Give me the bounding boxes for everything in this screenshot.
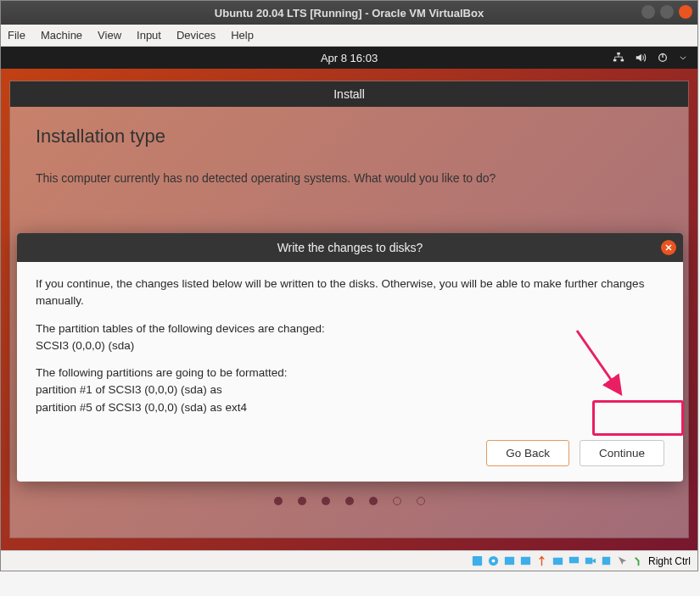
- sb-shared-icon[interactable]: [552, 554, 564, 567]
- maximize-button[interactable]: [660, 5, 674, 19]
- svg-point-7: [492, 560, 496, 563]
- progress-dots: [274, 497, 425, 505]
- gnome-topbar[interactable]: Apr 8 16:03: [1, 47, 697, 69]
- sb-keyboard-icon[interactable]: [632, 554, 645, 567]
- svg-rect-5: [473, 556, 482, 565]
- minimize-button[interactable]: [641, 5, 655, 19]
- sb-network-icon[interactable]: [519, 554, 532, 567]
- sb-disk-icon[interactable]: [471, 554, 484, 567]
- svg-rect-1: [613, 59, 617, 62]
- host-key-label: Right Ctrl: [648, 555, 691, 567]
- goback-button[interactable]: Go Back: [486, 440, 569, 466]
- installer-titlebar[interactable]: Install: [10, 81, 688, 107]
- virtualbox-statusbar: Right Ctrl: [1, 550, 697, 571]
- dot-1: [274, 497, 283, 505]
- installer-heading: Installation type: [36, 125, 663, 148]
- sb-display-icon[interactable]: [568, 554, 580, 567]
- menubar: File Machine View Input Devices Help: [1, 25, 697, 47]
- svg-rect-10: [553, 558, 563, 565]
- window-buttons: [641, 5, 692, 19]
- menu-help[interactable]: Help: [231, 29, 254, 42]
- svg-rect-12: [585, 558, 592, 565]
- sb-mouse-icon[interactable]: [616, 554, 629, 567]
- dialog-title: Write the changes to disks?: [277, 241, 423, 254]
- dot-7: [417, 497, 425, 505]
- dot-2: [298, 497, 306, 505]
- confirm-dialog: Write the changes to disks? If you conti…: [17, 233, 683, 482]
- svg-rect-0: [617, 53, 620, 55]
- dot-5: [369, 497, 378, 505]
- volume-icon: [635, 52, 647, 64]
- dialog-body: If you continue, the changes listed belo…: [17, 262, 683, 440]
- menu-input[interactable]: Input: [137, 29, 161, 42]
- dialog-p1: If you continue, the changes listed belo…: [36, 276, 664, 310]
- svg-rect-9: [521, 557, 530, 565]
- dialog-buttons: Go Back Continue: [17, 440, 683, 482]
- menu-file[interactable]: File: [8, 29, 25, 42]
- sb-recording-icon[interactable]: [584, 554, 596, 567]
- window-titlebar[interactable]: Ubuntu 20.04 LTS [Running] - Oracle VM V…: [1, 1, 697, 25]
- installer-title: Install: [333, 87, 365, 101]
- svg-rect-8: [505, 557, 514, 565]
- window-title: Ubuntu 20.04 LTS [Running] - Oracle VM V…: [215, 7, 484, 19]
- topbar-datetime[interactable]: Apr 8 16:03: [321, 52, 378, 64]
- sb-cpu-icon[interactable]: [600, 554, 613, 567]
- svg-rect-2: [621, 59, 624, 62]
- dialog-titlebar[interactable]: Write the changes to disks?: [17, 233, 683, 262]
- menu-view[interactable]: View: [98, 29, 121, 42]
- svg-rect-13: [602, 557, 610, 565]
- dot-4: [345, 497, 354, 505]
- menu-machine[interactable]: Machine: [41, 29, 82, 42]
- sb-audio-icon[interactable]: [503, 554, 516, 567]
- dialog-close-button[interactable]: [661, 240, 676, 255]
- svg-rect-11: [569, 557, 579, 564]
- power-icon: [657, 52, 669, 64]
- installer-content: Installation type This computer currentl…: [10, 107, 688, 203]
- dot-6: [393, 497, 401, 505]
- topbar-status-area[interactable]: [613, 52, 687, 64]
- network-icon: [613, 52, 624, 64]
- dialog-p3: The following partitions are going to be…: [36, 365, 664, 416]
- sb-usb-icon[interactable]: [535, 554, 548, 567]
- menu-devices[interactable]: Devices: [176, 29, 216, 42]
- close-button[interactable]: [679, 5, 692, 19]
- continue-button[interactable]: Continue: [580, 440, 664, 466]
- dot-3: [322, 497, 330, 505]
- installer-body-text: This computer currently has no detected …: [36, 171, 663, 185]
- dialog-p2: The partition tables of the following de…: [36, 320, 664, 355]
- sb-optical-icon[interactable]: [487, 554, 500, 567]
- close-icon: [665, 244, 672, 251]
- chevron-down-icon: [679, 52, 687, 64]
